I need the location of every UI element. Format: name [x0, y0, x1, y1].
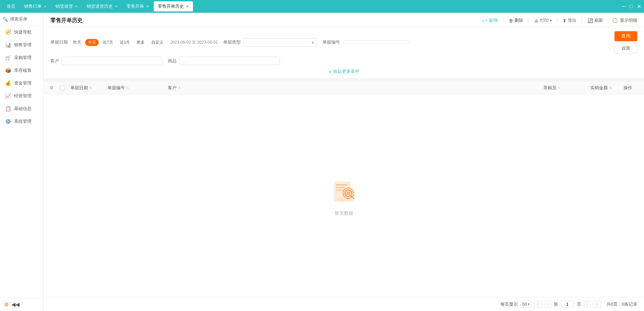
col-guide[interactable]: 导购员 ⇅: [541, 85, 574, 91]
sort-guide-icon: ⇅: [558, 86, 560, 90]
collapse-filter-btn[interactable]: ∧ 收起更多条件: [329, 68, 359, 74]
divider-1: [503, 18, 503, 23]
show-detail-checkbox[interactable]: [613, 18, 617, 23]
tab-close-retail-open-history[interactable]: ✕: [186, 4, 189, 9]
sidebar-item-inventory[interactable]: 📦 库存核算: [0, 64, 43, 77]
empty-state: 暂无数据: [44, 94, 644, 297]
tab-sales-return[interactable]: 销货退货 ✕: [51, 1, 82, 11]
client-label: 客户: [50, 58, 59, 64]
doc-type-select[interactable]: ▾: [243, 38, 317, 47]
doc-no-label: 单据编号: [323, 39, 340, 45]
settings-bottom-icon[interactable]: ⚙: [4, 301, 9, 308]
col-check[interactable]: [57, 86, 68, 90]
svg-rect-3: [336, 187, 345, 188]
tab-retail-open-history[interactable]: 零售开单历史 ✕: [154, 1, 193, 11]
header-checkbox[interactable]: [60, 86, 65, 90]
delete-button[interactable]: 🗑 删除: [507, 17, 525, 24]
per-page-select[interactable]: 50 ▾: [521, 301, 531, 308]
page-input[interactable]: [561, 301, 574, 308]
empty-state-icon: [329, 175, 359, 205]
tab-sales-order[interactable]: 销售订单 ✕: [20, 1, 51, 11]
sidebar-item-finance[interactable]: 💰 资金管理: [0, 77, 43, 90]
date-opt-custom[interactable]: 自定义: [149, 39, 166, 46]
col-amount[interactable]: 实销金额 ⇅: [574, 85, 614, 91]
table-container: ⚙ 单据日期 ⇅ 单据编号 ⇅ 客户 ⇅ 导购员 ⇅: [44, 82, 644, 311]
date-filter-group: 单据日期 昨天 今天 近7天 近1月 更多 自定义 2023-06-02 至 2…: [50, 39, 218, 46]
window-maximize[interactable]: □: [630, 3, 633, 9]
sort-date-icon: ⇅: [89, 86, 92, 90]
query-button[interactable]: 查询: [614, 31, 637, 41]
goods-label: 商品: [168, 58, 177, 64]
per-page-dropdown-icon: ▾: [528, 302, 530, 306]
export-icon: ⬆: [563, 18, 566, 23]
window-minimize[interactable]: ─: [622, 3, 626, 9]
date-opt-today[interactable]: 今天: [85, 39, 99, 46]
new-icon: ＋: [481, 17, 485, 23]
table-header: ⚙ 单据日期 ⇅ 单据编号 ⇅ 客户 ⇅ 导购员 ⇅: [44, 82, 644, 94]
page-title: 零售开单历史: [50, 17, 83, 24]
tab-close-sales-return-history[interactable]: ✕: [115, 4, 118, 9]
search-icon: 🔍: [3, 17, 8, 22]
sort-no-icon: ⇅: [126, 86, 129, 90]
sidebar-search[interactable]: 🔍 搜索采单: [0, 13, 43, 26]
tab-home[interactable]: 首页: [3, 1, 19, 11]
goods-group: 商品 …: [168, 57, 280, 65]
page-prev-btn[interactable]: ⟨: [545, 301, 551, 308]
tab-close-sales-return[interactable]: ✕: [75, 4, 78, 9]
print-icon: 🖨: [534, 18, 539, 23]
collapse-sidebar-icon[interactable]: ◀◀: [11, 301, 19, 308]
col-no[interactable]: 单据编号 ⇅: [105, 85, 165, 91]
page-last-btn[interactable]: ⟩⟩: [593, 301, 601, 308]
tab-close-retail-open[interactable]: ✕: [146, 4, 149, 9]
per-page-label: 每页显示: [500, 301, 518, 307]
doc-type-label: 单据类型: [223, 39, 241, 45]
sidebar-item-sys-mgmt[interactable]: ⚙️ 系统管理: [0, 115, 43, 128]
show-detail-checkbox-label[interactable]: 显示明细: [613, 17, 637, 23]
refresh-button[interactable]: 🔄 刷新: [586, 17, 604, 24]
tab-close-sales-order[interactable]: ✕: [44, 4, 47, 9]
doc-no-input[interactable]: [343, 41, 410, 44]
date-opt-1month[interactable]: 近1月: [117, 39, 133, 46]
sales-mgmt-icon: 📊: [5, 42, 11, 48]
filter-buttons: 查询 设置: [614, 31, 637, 53]
header-actions: ＋ + 新增 🗑 删除 🖨 打印 ▾ ⬆ 导出: [480, 17, 637, 24]
col-settings[interactable]: ⚙: [46, 85, 57, 90]
col-client[interactable]: 客户 ⇅: [165, 85, 541, 91]
sidebar-item-sales-mgmt[interactable]: 📊 销售管理: [0, 39, 43, 51]
svg-point-8: [347, 192, 350, 195]
goods-input[interactable]: …: [179, 57, 280, 65]
sort-client-icon: ⇅: [178, 86, 181, 90]
print-button[interactable]: 🖨 打印 ▾: [533, 17, 553, 24]
date-opt-yesterday[interactable]: 昨天: [70, 39, 84, 46]
col-op: 操作: [614, 85, 641, 91]
client-input[interactable]: …: [62, 57, 162, 65]
new-button[interactable]: ＋ + 新增: [480, 17, 499, 24]
print-dropdown-icon: ▾: [550, 19, 552, 22]
date-opt-7days[interactable]: 近7天: [100, 39, 116, 46]
page-next-btn[interactable]: ⟩: [584, 301, 590, 308]
window-close[interactable]: ✕: [637, 3, 641, 10]
export-button[interactable]: ⬆ 导出: [561, 17, 578, 24]
quick-nav-icon: 🧭: [5, 29, 11, 35]
sidebar-item-quick-nav[interactable]: 🧭 快捷导航: [0, 26, 43, 39]
page-first-btn[interactable]: ⟨⟨: [534, 301, 542, 308]
sys-mgmt-icon: ⚙️: [5, 118, 11, 124]
col-date[interactable]: 单据日期 ⇅: [68, 85, 105, 91]
filter-area: 单据日期 昨天 今天 近7天 近1月 更多 自定义 2023-06-02 至 2…: [44, 27, 644, 79]
purchase-mgmt-icon: 🛒: [5, 55, 11, 61]
sidebar-item-basic-info[interactable]: 📋 基础信息: [0, 102, 43, 115]
doc-no-group: 单据编号: [323, 39, 410, 45]
refresh-icon: 🔄: [588, 18, 593, 23]
tab-bar: 首页 销售订单 ✕ 销货退货 ✕ 销货退货历史 ✕ 零售开单 ✕ 零售开单历史 …: [0, 0, 644, 13]
tab-sales-return-history[interactable]: 销货退货历史 ✕: [83, 1, 122, 11]
divider-5: [608, 18, 609, 23]
inventory-icon: 📦: [5, 67, 11, 73]
date-options: 昨天 今天 近7天 近1月 更多 自定义: [70, 39, 166, 46]
sidebar-item-operations[interactable]: 📈 经营管理: [0, 90, 43, 102]
sidebar-item-purchase-mgmt[interactable]: 🛒 采购管理: [0, 51, 43, 64]
delete-icon: 🗑: [509, 18, 513, 23]
set-button[interactable]: 设置: [614, 43, 637, 53]
tab-retail-open[interactable]: 零售开单 ✕: [122, 1, 153, 11]
sidebar-bottom: ⚙ ◀◀: [0, 298, 43, 311]
date-opt-more[interactable]: 更多: [134, 39, 147, 46]
